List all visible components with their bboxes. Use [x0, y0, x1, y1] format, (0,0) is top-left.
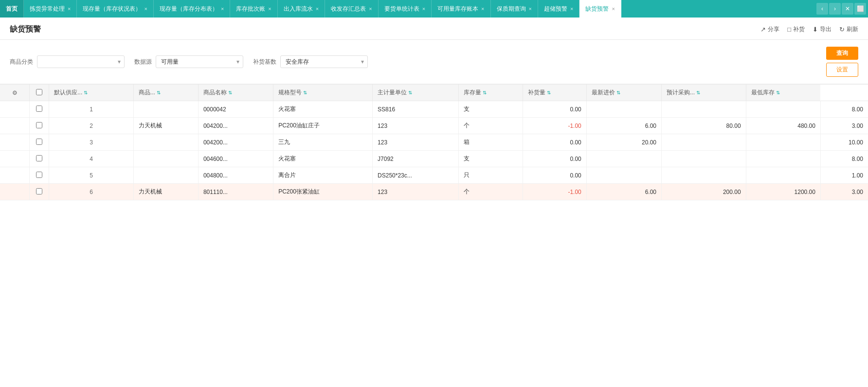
sort-product-code[interactable]: 商品... ⇅	[139, 88, 161, 97]
row-unit-1: 个	[459, 118, 523, 134]
tab-order-stats-label: 要货单统计表	[384, 5, 419, 13]
row-latest-price-2	[662, 134, 746, 151]
row-checkbox-0[interactable]	[36, 106, 42, 112]
row-checkbox-cell-1[interactable]	[30, 118, 49, 134]
sort-est-purchase[interactable]: 预计采购... ⇅	[667, 88, 700, 97]
tab-stock-dist-close[interactable]: ×	[221, 6, 224, 12]
row-default-supplier-1: 力天机械	[133, 118, 198, 134]
row-checkbox-5[interactable]	[36, 188, 42, 194]
tab-inout-flow[interactable]: 出入库流水 ×	[278, 0, 325, 18]
tab-next-button[interactable]: ›	[829, 3, 841, 15]
row-spec-2: 123	[373, 134, 459, 151]
row-checkbox-1[interactable]	[36, 122, 42, 128]
sort-spec[interactable]: 规格型号 ⇅	[278, 88, 307, 97]
row-checkbox-4[interactable]	[36, 172, 42, 178]
tab-abnormal[interactable]: 拣货异常处理 ×	[24, 0, 77, 18]
row-latest-price-3	[662, 151, 746, 167]
table-row: 6 力天机械 801110... PC200张紧油缸 123 个 -1.00 6…	[0, 184, 868, 200]
th-default-supplier[interactable]: 默认供应... ⇅	[49, 85, 134, 101]
query-button[interactable]: 查询	[826, 47, 858, 60]
tab-expiry[interactable]: 保质期查询 ×	[491, 0, 538, 18]
tab-inout-flow-label: 出入库流水	[284, 5, 313, 13]
sort-product-name[interactable]: 商品名称 ⇅	[203, 88, 232, 97]
sort-latest-price[interactable]: 最新进价 ⇅	[592, 88, 620, 97]
sort-replenish-qty[interactable]: 补货量 ⇅	[528, 88, 551, 97]
datasource-filter-group: 数据源 可用量	[134, 55, 243, 68]
th-checkbox[interactable]	[30, 85, 49, 101]
datasource-select[interactable]: 可用量	[156, 55, 243, 68]
row-latest-price-4	[662, 167, 746, 184]
row-checkbox-cell-3[interactable]	[30, 151, 49, 167]
tab-batch-account[interactable]: 库存批次账 ×	[230, 0, 277, 18]
tab-receive-summary[interactable]: 收发存汇总表 ×	[325, 0, 378, 18]
row-checkbox-cell-5[interactable]	[30, 184, 49, 200]
row-checkbox-cell-4[interactable]	[30, 167, 49, 184]
tab-order-stats-close[interactable]: ×	[422, 6, 425, 12]
tab-stock-status[interactable]: 现存量（库存状况表） ×	[77, 0, 153, 18]
th-product-name[interactable]: 商品名称 ⇅	[198, 85, 273, 101]
th-gear[interactable]: ⚙	[0, 85, 30, 101]
tab-stock-dist[interactable]: 现存量（库存分布表） ×	[154, 0, 230, 18]
row-replenish-qty-5: 6.00	[586, 184, 661, 200]
tab-close-all-button[interactable]: ✕	[842, 3, 853, 15]
table-row: 3 004200... 三九 123 箱 0.00 20.00 10.00	[0, 134, 868, 151]
row-index-3: 4	[49, 151, 134, 167]
th-product-code-label: 商品...	[139, 88, 155, 97]
share-button[interactable]: ↗ 分享	[760, 25, 779, 34]
th-spec[interactable]: 规格型号 ⇅	[273, 85, 373, 101]
tab-maximize-button[interactable]: ⬜	[854, 3, 866, 15]
tab-stock-status-label: 现存量（库存状况表）	[83, 5, 141, 13]
tab-prev-button[interactable]: ‹	[816, 3, 828, 15]
tab-overstock[interactable]: 超储预警 ×	[538, 0, 579, 18]
tab-batch-account-close[interactable]: ×	[268, 6, 271, 12]
row-checkbox-cell-2[interactable]	[30, 134, 49, 151]
tab-shortage[interactable]: 缺货预警 ×	[579, 0, 621, 18]
tab-avail-ledger[interactable]: 可用量库存账本 ×	[432, 0, 490, 18]
row-spec-4: DS250*23c...	[373, 167, 459, 184]
tab-abnormal-close[interactable]: ×	[68, 6, 71, 12]
refresh-button[interactable]: ↻ 刷新	[839, 25, 858, 34]
row-stock-1: -1.00	[523, 118, 586, 134]
row-gear-2	[0, 134, 30, 151]
row-index-5: 6	[49, 184, 134, 200]
sort-stock[interactable]: 库存量 ⇅	[464, 88, 487, 97]
th-product-code[interactable]: 商品... ⇅	[133, 85, 198, 101]
row-replenish-qty-4	[586, 167, 661, 184]
tab-order-stats[interactable]: 要货单统计表 ×	[379, 0, 432, 18]
sort-icon-product-code: ⇅	[157, 90, 161, 95]
th-min-stock[interactable]: 最低库存 ⇅	[746, 85, 820, 101]
th-stock[interactable]: 库存量 ⇅	[459, 85, 523, 101]
settings-button[interactable]: 设置	[826, 63, 858, 77]
th-unit[interactable]: 主计量单位 ⇅	[373, 85, 459, 101]
replenish-button[interactable]: □ 补货	[787, 25, 805, 34]
sort-unit[interactable]: 主计量单位 ⇅	[378, 88, 412, 97]
replenish-label: 补货	[793, 25, 805, 34]
row-min-stock-4: 1.00	[820, 167, 868, 184]
tab-receive-summary-close[interactable]: ×	[369, 6, 372, 12]
category-select[interactable]	[37, 55, 125, 68]
export-button[interactable]: ⬇ 导出	[813, 25, 832, 34]
tab-shortage-close[interactable]: ×	[612, 6, 615, 12]
th-latest-price[interactable]: 最新进价 ⇅	[586, 85, 661, 101]
row-checkbox-cell-0[interactable]	[30, 101, 49, 118]
tab-inout-flow-close[interactable]: ×	[316, 6, 319, 12]
replenish-base-select[interactable]: 安全库存	[280, 55, 368, 68]
row-replenish-qty-0	[586, 101, 661, 118]
tab-stock-status-close[interactable]: ×	[144, 6, 147, 12]
th-replenish-qty[interactable]: 补货量 ⇅	[523, 85, 586, 101]
row-spec-0: SS816	[373, 101, 459, 118]
category-select-wrapper	[37, 55, 125, 68]
sort-default-supplier[interactable]: 默认供应... ⇅	[54, 88, 88, 97]
row-default-supplier-3	[133, 151, 198, 167]
tab-expiry-close[interactable]: ×	[529, 6, 532, 12]
th-est-purchase[interactable]: 预计采购... ⇅	[662, 85, 746, 101]
row-checkbox-2[interactable]	[36, 139, 42, 145]
row-checkbox-3[interactable]	[36, 155, 42, 161]
sort-min-stock[interactable]: 最低库存 ⇅	[751, 88, 780, 97]
select-all-checkbox[interactable]	[36, 89, 42, 95]
row-unit-0: 支	[459, 101, 523, 118]
tab-overstock-close[interactable]: ×	[570, 6, 573, 12]
tab-home[interactable]: 首页	[0, 0, 24, 18]
tab-avail-ledger-close[interactable]: ×	[481, 6, 484, 12]
th-est-purchase-label: 预计采购...	[667, 88, 695, 97]
